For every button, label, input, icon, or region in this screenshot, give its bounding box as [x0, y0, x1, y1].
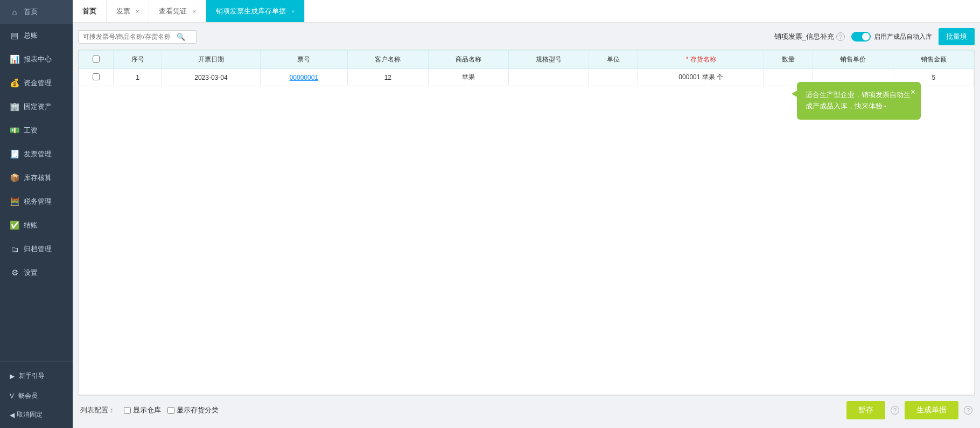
closing-icon: ✅: [10, 220, 19, 230]
toggle-thumb: [862, 33, 870, 40]
row-product: 苹果: [428, 69, 508, 86]
tab-voucher-close[interactable]: ×: [192, 8, 195, 15]
tab-bar: 首页 发票 × 查看凭证 × 销项发票生成库存单据 ×: [73, 0, 980, 23]
tooltip-text: 适合生产型企业，销项发票自动生成产成品入库，快来体验~: [806, 91, 911, 110]
batch-fill-button[interactable]: 批量填: [939, 28, 975, 45]
sidebar-item-label: 归档管理: [24, 244, 52, 254]
search-box[interactable]: 🔍: [78, 30, 197, 44]
sidebar-item-fixed-assets[interactable]: 🏢 固定资产: [0, 95, 73, 119]
home-icon: ⌂: [10, 8, 19, 17]
sidebar-item-payroll[interactable]: 💵 工资: [0, 119, 73, 142]
sidebar-item-home[interactable]: ⌂ 首页: [0, 0, 73, 24]
sidebar-item-archive[interactable]: 🗂 归档管理: [0, 237, 73, 261]
toggle-label: 启用产成品自动入库: [874, 32, 932, 42]
row-checkbox: [79, 69, 114, 86]
cancel-fixed-label: 取消固定: [17, 410, 43, 419]
tab-invoice-close[interactable]: ×: [136, 8, 139, 15]
tab-invoice[interactable]: 发票 ×: [107, 0, 149, 22]
table-header-row: 序号 开票日期 票号 客户名称 商品名称 规格型号 单位 * 存货名称 数量 销…: [79, 51, 974, 69]
show-category-checkbox[interactable]: 显示存货分类: [167, 405, 219, 415]
list-config: 列表配置： 显示仓库 显示存货分类: [80, 405, 219, 415]
row-unit: [589, 69, 638, 86]
sidebar-item-settings[interactable]: ⚙ 设置: [0, 261, 73, 285]
show-warehouse-input[interactable]: [124, 407, 131, 414]
search-icon[interactable]: 🔍: [177, 33, 185, 41]
payroll-icon: 💵: [10, 126, 19, 135]
fund-icon: 💰: [10, 78, 19, 88]
tab-voucher-label: 查看凭证: [159, 6, 187, 16]
list-config-label: 列表配置：: [80, 405, 115, 415]
sidebar-item-tax[interactable]: 🧮 税务管理: [0, 190, 73, 213]
sidebar-item-label: 设置: [24, 268, 38, 278]
sidebar-item-label: 首页: [24, 7, 38, 17]
save-help-icon[interactable]: ?: [891, 406, 899, 415]
sidebar: ⌂ 首页 ▤ 总账 📊 报表中心 💰 资金管理 🏢 固定资产 💵 工资 🧾 发票…: [0, 0, 73, 428]
info-label-text: 销项发票_信息补充: [774, 32, 834, 42]
ticket-no-link[interactable]: 00000001: [290, 74, 318, 81]
tab-home-label: 首页: [82, 6, 96, 16]
search-input[interactable]: [83, 33, 174, 40]
cancel-fixed-icon: ◀: [10, 411, 15, 419]
sidebar-item-label: 工资: [24, 126, 38, 135]
action-buttons: 暂存 ? 生成单据 ?: [846, 401, 972, 419]
show-warehouse-checkbox[interactable]: 显示仓库: [124, 405, 161, 415]
help-icon[interactable]: ?: [836, 32, 845, 41]
guide-icon: ▶: [10, 372, 15, 380]
generate-help-icon[interactable]: ?: [964, 406, 972, 415]
tab-invoice-label: 发票: [116, 6, 130, 16]
row-spec: [508, 69, 589, 86]
th-unit: 单位: [589, 51, 638, 69]
tooltip-popup: × 适合生产型企业，销项发票自动生成产成品入库，快来体验~: [797, 82, 921, 120]
th-unit-price: 销售单价: [813, 51, 893, 69]
sidebar-item-fund[interactable]: 💰 资金管理: [0, 71, 73, 95]
data-table: 序号 开票日期 票号 客户名称 商品名称 规格型号 单位 * 存货名称 数量 销…: [79, 50, 974, 86]
sidebar-item-label: 税务管理: [24, 197, 52, 206]
sidebar-item-vip[interactable]: V 畅会员: [0, 386, 73, 406]
cancel-fixed-button[interactable]: ◀ 取消固定: [0, 406, 73, 424]
row-select-checkbox[interactable]: [93, 73, 100, 80]
content-area: 🔍 销项发票_信息补充 ? 启用产成品自动入库 批量填: [73, 23, 980, 428]
tooltip-close-button[interactable]: ×: [911, 85, 915, 99]
tab-generate-close[interactable]: ×: [291, 8, 295, 15]
sidebar-item-closing[interactable]: ✅ 结账: [0, 213, 73, 237]
sidebar-bottom: ▶ 新手引导 V 畅会员 ◀ 取消固定: [0, 361, 73, 428]
invoice-icon: 🧾: [10, 149, 19, 159]
archive-icon: 🗂: [10, 245, 19, 254]
select-all-checkbox[interactable]: [93, 56, 100, 63]
tab-voucher[interactable]: 查看凭证 ×: [149, 0, 206, 22]
row-date: 2023-03-04: [162, 69, 260, 86]
th-date: 开票日期: [162, 51, 260, 69]
sidebar-item-label: 结账: [24, 220, 38, 230]
row-ticket-no: 00000001: [260, 69, 348, 86]
th-customer: 客户名称: [348, 51, 428, 69]
report-icon: 📊: [10, 54, 19, 64]
tax-icon: 🧮: [10, 197, 19, 206]
sidebar-item-ledger[interactable]: ▤ 总账: [0, 24, 73, 47]
vip-icon: V: [10, 392, 14, 400]
tab-home[interactable]: 首页: [73, 0, 107, 22]
row-customer: 12: [348, 69, 428, 86]
th-checkbox: [79, 51, 114, 69]
toggle-wrapper: 启用产成品自动入库: [851, 32, 932, 42]
auto-warehouse-toggle[interactable]: [851, 32, 871, 42]
fixed-assets-icon: 🏢: [10, 102, 19, 112]
sidebar-item-guide[interactable]: ▶ 新手引导: [0, 366, 73, 386]
sidebar-item-label: 总账: [24, 31, 38, 40]
tab-generate[interactable]: 销项发票生成库存单据 ×: [206, 0, 305, 22]
main-area: 首页 发票 × 查看凭证 × 销项发票生成库存单据 × 🔍 销项发票_信息补充 …: [73, 0, 980, 428]
toolbar-right: 销项发票_信息补充 ? 启用产成品自动入库 批量填: [774, 28, 975, 45]
th-spec: 规格型号: [508, 51, 589, 69]
sidebar-item-label: 报表中心: [24, 54, 52, 64]
th-qty: 数量: [764, 51, 813, 69]
show-warehouse-label: 显示仓库: [133, 405, 161, 415]
save-button[interactable]: 暂存: [846, 401, 885, 419]
generate-button[interactable]: 生成单据: [905, 401, 958, 419]
sidebar-item-inventory[interactable]: 📦 库存核算: [0, 166, 73, 190]
sidebar-item-report[interactable]: 📊 报表中心: [0, 47, 73, 71]
sidebar-item-invoice[interactable]: 🧾 发票管理: [0, 142, 73, 166]
sidebar-item-label: 发票管理: [24, 149, 52, 159]
show-category-input[interactable]: [167, 407, 174, 414]
th-seq: 序号: [113, 51, 162, 69]
inventory-icon: 📦: [10, 173, 19, 183]
show-category-label: 显示存货分类: [177, 405, 219, 415]
